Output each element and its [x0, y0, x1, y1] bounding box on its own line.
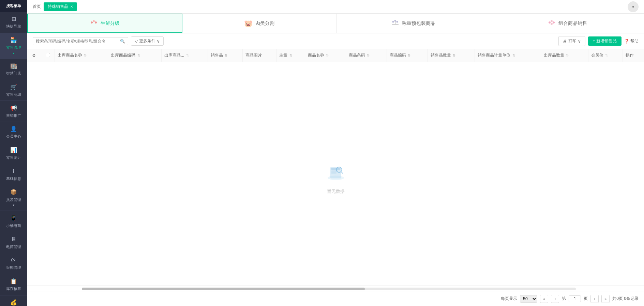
filter-label: 更多条件 — [139, 38, 155, 44]
sort-icon-out-qty: ⇅ — [566, 53, 569, 57]
tab-meat[interactable]: 🐷 肉类分割 — [182, 14, 336, 33]
svg-point-10 — [553, 21, 555, 24]
tab-combo[interactable]: 组合商品销售 — [490, 14, 644, 33]
sidebar-item-mini-ecom[interactable]: 📱 小畅电商 — [0, 211, 27, 232]
filter-button[interactable]: ▽ 更多条件 ∨ — [131, 36, 164, 46]
th-product-name[interactable]: 商品名称 ⇅ — [305, 49, 346, 62]
sidebar-item-quick-nav[interactable]: ⊞ 快捷导航 — [0, 12, 27, 33]
sidebar-item-member-center[interactable]: 👤 会员中心 — [0, 122, 27, 143]
empty-state: 暂无数据 — [322, 160, 349, 195]
sidebar-item-wholesale-mgmt[interactable]: 📦 批发管理 ▼ — [0, 185, 27, 211]
wholesale-mgmt-icon: 📦 — [10, 188, 17, 196]
svg-point-5 — [396, 21, 398, 23]
sidebar-item-label: 库存核算 — [6, 286, 21, 291]
sidebar-item-sales-promo[interactable]: 📢 营销推广 — [0, 101, 27, 122]
table-header-row: ⚙ 出库商品名称 ⇅ 出库商品编码 ⇅ 出库商品... ⇅ — [27, 49, 644, 62]
active-tab[interactable]: 特殊销售品 ✕ — [44, 2, 77, 11]
th-product-code[interactable]: 商品编码 ⇅ — [387, 49, 428, 62]
prev-page-button[interactable]: ‹ — [551, 295, 559, 303]
chevron-down-icon-filter: ∨ — [157, 39, 160, 44]
th-out-spec-label: 出库商品... — [164, 53, 184, 58]
tab-combo-label: 组合商品销售 — [558, 20, 587, 27]
next-page-button[interactable]: › — [590, 295, 599, 303]
sidebar-item-smart-store[interactable]: 🏬 智慧门店 — [0, 59, 27, 80]
empty-label: 暂无数据 — [322, 188, 349, 195]
help-icon: ❓ — [624, 39, 629, 44]
sidebar-item-retail-mgmt[interactable]: 🏪 零售管理 ▲ — [0, 33, 27, 59]
th-product-name-label: 商品名称 — [308, 53, 324, 58]
sidebar-item-basic-info[interactable]: ℹ 基础信息 — [0, 164, 27, 185]
sidebar-item-finance[interactable]: 💰 资金管理 — [0, 295, 27, 306]
horizontal-scrollbar[interactable] — [27, 286, 644, 291]
tab-weight[interactable]: 称重预包装商品 — [336, 14, 491, 33]
th-out-code[interactable]: 出库商品编码 ⇅ — [108, 49, 162, 62]
svg-point-0 — [91, 21, 93, 24]
tab-label: 特殊销售品 — [48, 4, 68, 10]
mini-ecom-icon: 📱 — [10, 214, 17, 222]
add-button[interactable]: + 新增销售品 — [588, 36, 621, 46]
scroll-thumb[interactable] — [82, 288, 365, 290]
total-info: 共0页 0条记录 — [612, 296, 639, 302]
help-label: 帮助 — [630, 38, 639, 44]
tab-fresh[interactable]: 生鲜分级 — [27, 14, 182, 33]
member-center-icon: 👤 — [10, 125, 17, 133]
sidebar-item-label: 电商管理 — [6, 244, 21, 249]
last-page-button[interactable]: » — [601, 295, 610, 303]
th-checkbox[interactable] — [41, 49, 55, 62]
sort-icon-sale-unit: ⇅ — [512, 53, 515, 57]
per-page-select[interactable]: 50 10 20 100 — [520, 295, 537, 303]
sort-icon-main-weight: ⇅ — [289, 53, 292, 57]
print-button[interactable]: 🖨 打印 ∨ — [558, 36, 585, 46]
sidebar-item-retail-mall[interactable]: 🛒 零售商城 — [0, 80, 27, 101]
quick-nav-icon: ⊞ — [12, 15, 16, 23]
sidebar-item-label: 小畅电商 — [6, 223, 21, 228]
close-tab-icon[interactable]: ✕ — [70, 5, 73, 9]
th-main-weight[interactable]: 主量 ⇅ — [276, 49, 305, 62]
search-box[interactable]: 🔍 — [33, 37, 128, 45]
svg-rect-14 — [331, 168, 340, 170]
user-avatar[interactable]: ● — [628, 1, 639, 12]
basic-info-icon: ℹ — [13, 168, 15, 175]
svg-rect-16 — [331, 172, 336, 173]
sidebar-item-ecom-mgmt[interactable]: 🖥 电商管理 — [0, 232, 27, 253]
th-sale-item[interactable]: 销售品 ⇅ — [208, 49, 242, 62]
sidebar-item-retail-stats[interactable]: 📊 零售统计 — [0, 143, 27, 164]
svg-point-3 — [392, 21, 394, 23]
scroll-track — [82, 288, 576, 290]
sort-icon-product-code: ⇅ — [408, 53, 410, 57]
sidebar-item-label: 零售管理 — [6, 45, 21, 50]
chevron-down-icon-print: ∨ — [578, 39, 581, 44]
th-member-price[interactable]: 会员价 ⇅ — [588, 49, 623, 62]
topbar: 首页 特殊销售品 ✕ ● — [27, 0, 644, 14]
chevron-down-icon-2: ▼ — [12, 203, 15, 207]
sort-icon-out-spec: ⇅ — [186, 53, 189, 57]
svg-point-4 — [394, 20, 396, 22]
svg-point-19 — [337, 168, 339, 169]
table-container: ⚙ 出库商品名称 ⇅ 出库商品编码 ⇅ 出库商品... ⇅ — [27, 49, 644, 286]
th-out-spec[interactable]: 出库商品... ⇅ — [162, 49, 208, 62]
th-barcode[interactable]: 商品条码 ⇅ — [346, 49, 387, 62]
th-settings[interactable]: ⚙ — [27, 49, 41, 62]
th-sale-qty[interactable]: 销售品数量 ⇅ — [428, 49, 475, 62]
th-out-name[interactable]: 出库商品名称 ⇅ — [55, 49, 108, 62]
sidebar-item-label: 零售商城 — [6, 92, 21, 97]
home-link[interactable]: 首页 — [33, 4, 41, 10]
search-input[interactable] — [36, 39, 118, 44]
th-out-qty[interactable]: 出库品数量 ⇅ — [541, 49, 588, 62]
th-sale-unit[interactable]: 销售商品计量单位 ⇅ — [475, 49, 541, 62]
th-sale-unit-label: 销售商品计量单位 — [478, 53, 510, 58]
sort-icon-out-code: ⇅ — [137, 53, 140, 57]
data-table: ⚙ 出库商品名称 ⇅ 出库商品编码 ⇅ 出库商品... ⇅ — [27, 49, 644, 62]
sidebar-item-inventory[interactable]: 📋 库存核算 — [0, 274, 27, 295]
empty-illustration — [322, 160, 349, 184]
page-number-input[interactable] — [569, 295, 581, 302]
help-button[interactable]: ❓ 帮助 — [624, 38, 639, 44]
chevron-down-icon: ▲ — [12, 51, 15, 55]
finance-icon: 💰 — [10, 299, 17, 306]
first-page-button[interactable]: « — [540, 295, 548, 303]
sort-icon-out-name: ⇅ — [84, 53, 87, 57]
sidebar-logo: 搜客菜单 — [0, 0, 27, 12]
sidebar-item-purchase-mgmt[interactable]: 🛍 采购管理 — [0, 253, 27, 274]
select-all-checkbox[interactable] — [46, 53, 50, 57]
pagination: 每页显示 50 10 20 100 « ‹ 第 页 › » 共0页 0条记录 — [27, 291, 644, 306]
